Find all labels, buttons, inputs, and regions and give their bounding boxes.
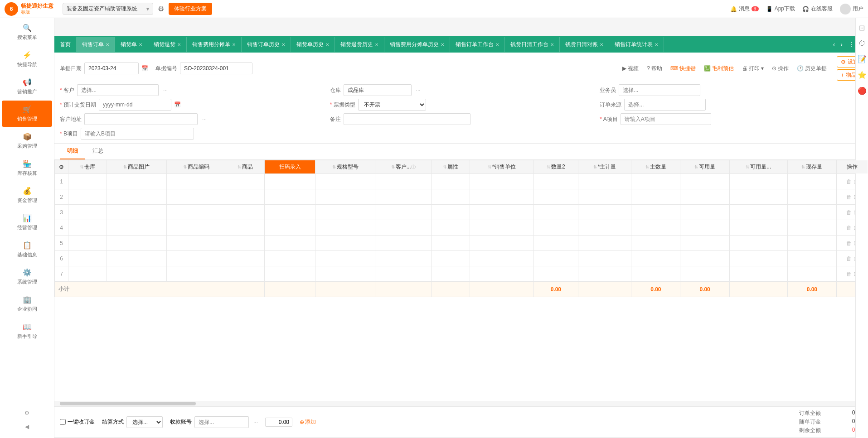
table-cell[interactable] <box>470 205 533 220</box>
customer-input[interactable] <box>77 84 159 96</box>
tab-prev-btn[interactable]: ‹ <box>830 37 838 52</box>
salesperson-input[interactable] <box>619 84 700 96</box>
table-cell[interactable] <box>533 220 578 236</box>
add-payment-btn[interactable]: ⊕ 添加 <box>300 418 316 426</box>
table-cell[interactable] <box>680 189 729 205</box>
profit-btn[interactable]: 💹 毛利预估 <box>702 64 736 73</box>
tab-next-btn[interactable]: › <box>838 37 845 52</box>
delete-icon[interactable]: 🗑 <box>846 178 852 185</box>
table-cell[interactable] <box>787 236 836 251</box>
table-cell[interactable] <box>315 174 375 189</box>
one-click-checkbox-input[interactable] <box>60 419 66 425</box>
tab-close-icon[interactable]: ✕ <box>139 42 142 47</box>
table-cell[interactable] <box>631 251 680 266</box>
history-btn[interactable]: 🕐 历史单据 <box>795 64 829 73</box>
table-cell[interactable] <box>166 236 226 251</box>
shortcut-btn[interactable]: ⌨ 快捷键 <box>669 64 698 73</box>
table-cell[interactable] <box>680 205 729 220</box>
tab-close-icon[interactable]: ✕ <box>232 42 236 47</box>
remark-input[interactable] <box>344 113 470 125</box>
address-ellipsis-icon[interactable]: ··· <box>202 116 207 122</box>
sidebar-item-finance[interactable]: 💰资金管理 <box>2 182 52 208</box>
table-cell[interactable] <box>432 189 470 205</box>
table-cell[interactable] <box>680 236 729 251</box>
print-btn[interactable]: 🖨 打印 ▾ <box>740 64 766 73</box>
tab-close-icon[interactable]: ✕ <box>281 42 285 47</box>
delete-icon[interactable]: 🗑 <box>846 194 852 200</box>
right-panel-icon-5[interactable]: 🔴 <box>856 85 868 97</box>
user-menu-btn[interactable]: 用户 <box>840 4 863 14</box>
account-input[interactable] <box>194 416 249 428</box>
tab-销售订单历史[interactable]: 销售订单历史✕ <box>242 37 291 52</box>
sidebar-item-base-info[interactable]: 📋基础信息 <box>2 236 52 263</box>
delete-icon[interactable]: 🗑 <box>846 209 852 216</box>
sidebar-item-sales[interactable]: 🛒销售管理 <box>2 101 52 127</box>
table-cell[interactable] <box>68 251 107 266</box>
table-cell[interactable] <box>166 189 226 205</box>
table-cell[interactable] <box>107 251 166 266</box>
table-cell[interactable] <box>631 174 680 189</box>
table-cell[interactable] <box>578 251 631 266</box>
video-btn[interactable]: ▶ 视频 <box>621 64 640 73</box>
right-panel-icon-2[interactable]: ⏱ <box>857 38 868 49</box>
date-picker-icon[interactable]: 📅 <box>174 101 181 108</box>
sidebar-item-quick-nav[interactable]: ⚡快捷导航 <box>2 46 52 72</box>
tab-销售订单统计表[interactable]: 销售订单统计表✕ <box>609 37 664 52</box>
table-cell[interactable] <box>375 189 432 205</box>
table-cell[interactable] <box>729 251 787 266</box>
sidebar-item-inventory[interactable]: 🏪库存核算 <box>2 155 52 181</box>
table-cell[interactable] <box>315 189 375 205</box>
table-cell[interactable] <box>226 251 265 266</box>
delete-icon[interactable]: 🗑 <box>846 225 852 231</box>
table-cell[interactable] <box>470 251 533 266</box>
table-cell[interactable] <box>432 266 470 282</box>
tab-销货退货历史[interactable]: 销货退货历史✕ <box>335 37 384 52</box>
table-cell[interactable] <box>729 205 787 220</box>
invoice-type-select[interactable]: 不开票 增值税普通发票 增值税专用发票 <box>358 99 426 111</box>
table-cell[interactable] <box>787 205 836 220</box>
table-cell[interactable] <box>680 220 729 236</box>
table-cell[interactable] <box>787 220 836 236</box>
notice-btn[interactable]: 🔔 消息 9 <box>730 5 759 13</box>
tab-close-icon[interactable]: ✕ <box>106 42 109 47</box>
warehouse-input[interactable] <box>344 84 412 96</box>
one-click-payment-checkbox[interactable]: 一键收订金 <box>60 418 95 426</box>
date-input[interactable] <box>84 63 139 74</box>
table-cell[interactable] <box>265 205 315 220</box>
sidebar-item-operations[interactable]: 📊经营管理 <box>2 209 52 236</box>
tab-close-icon[interactable]: ✕ <box>177 42 181 47</box>
table-cell[interactable] <box>533 251 578 266</box>
table-cell[interactable] <box>315 205 375 220</box>
tab-销售订单[interactable]: 销售订单✕ <box>77 37 115 52</box>
delete-icon[interactable]: 🗑 <box>846 255 852 262</box>
table-cell[interactable] <box>432 251 470 266</box>
table-cell[interactable] <box>226 236 265 251</box>
table-cell[interactable] <box>578 174 631 189</box>
table-cell[interactable] <box>107 205 166 220</box>
table-cell[interactable] <box>729 220 787 236</box>
tab-销售费用分摊单[interactable]: 销售费用分摊单✕ <box>187 37 242 52</box>
right-panel-icon-1[interactable]: ⊡ <box>857 22 867 34</box>
tab-销售费用分摊单历史[interactable]: 销售费用分摊单历史✕ <box>384 37 450 52</box>
table-cell[interactable] <box>315 266 375 282</box>
table-cell[interactable] <box>631 266 680 282</box>
tab-销货单历史[interactable]: 销货单历史✕ <box>291 37 335 52</box>
table-cell[interactable] <box>533 174 578 189</box>
table-cell[interactable] <box>265 174 315 189</box>
table-cell[interactable] <box>265 220 315 236</box>
delete-icon[interactable]: 🗑 <box>846 271 852 277</box>
table-cell[interactable] <box>432 220 470 236</box>
table-cell[interactable] <box>470 236 533 251</box>
table-cell[interactable] <box>375 205 432 220</box>
a-project-input[interactable] <box>621 113 711 125</box>
tab-销售订单工作台[interactable]: 销售订单工作台✕ <box>450 37 505 52</box>
table-cell[interactable] <box>631 205 680 220</box>
table-cell[interactable] <box>533 189 578 205</box>
table-cell[interactable] <box>315 220 375 236</box>
customer-ellipsis-icon[interactable]: ··· <box>163 87 168 93</box>
table-cell[interactable] <box>68 174 107 189</box>
table-cell[interactable] <box>375 266 432 282</box>
table-cell[interactable] <box>470 189 533 205</box>
table-cell[interactable] <box>68 205 107 220</box>
table-cell[interactable] <box>226 189 265 205</box>
